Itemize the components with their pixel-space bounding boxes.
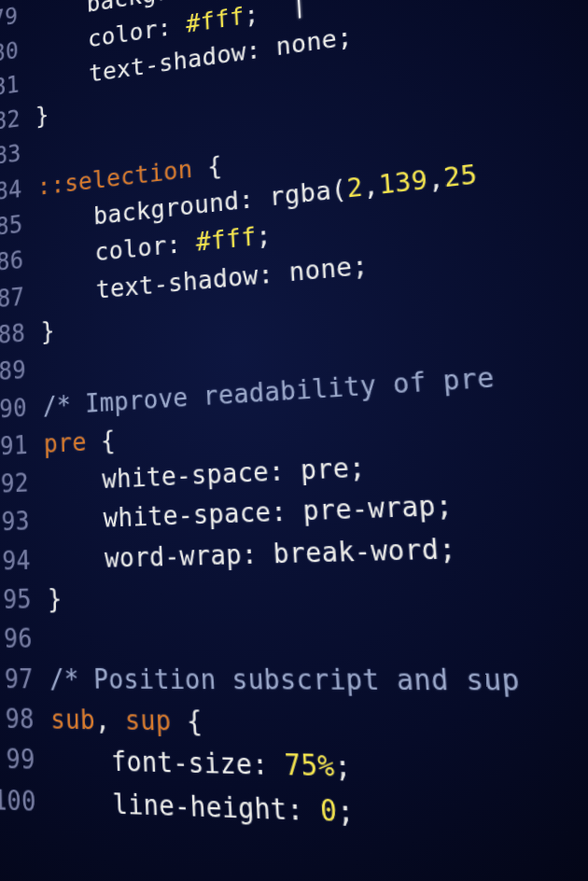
line-number: 97 (0, 659, 34, 699)
token-sel: sup (124, 705, 171, 736)
token-punct: , (362, 171, 380, 202)
code-content[interactable]: /* Position subscript and sup (49, 658, 522, 703)
token-punct: ; (336, 22, 354, 52)
token-punct: ; (351, 250, 369, 281)
token-punct: : (241, 538, 274, 570)
token-prop: word-wrap (47, 539, 243, 575)
line-number: 93 (0, 502, 30, 542)
token-punct: ( (330, 175, 348, 204)
code-editor[interactable]: 78::-moz-selection {79 background: rgba(… (0, 0, 588, 850)
line-number: 85 (0, 206, 23, 247)
token-punct: : (251, 748, 286, 781)
token-sel: pre (43, 427, 87, 458)
line-number: 98 (0, 699, 35, 740)
token-hex: #fff (186, 2, 245, 37)
token-comment: /* Position subscript and sup (49, 663, 521, 696)
token-punct: } (48, 584, 63, 614)
line-number: 100 (0, 779, 36, 822)
token-punct: } (35, 102, 49, 130)
token-punct: : (238, 183, 270, 215)
line-number: 89 (0, 352, 26, 392)
code-content[interactable]: } (35, 97, 49, 133)
token-num: 25 (443, 160, 479, 192)
token-punct: : (245, 34, 277, 65)
token-punct: , (94, 705, 125, 735)
token-punct: : (258, 258, 290, 289)
code-content[interactable]: } (40, 312, 55, 350)
code-content[interactable]: line-height: 0; (52, 781, 356, 833)
token-punct: } (40, 316, 55, 345)
line-number: 88 (0, 315, 26, 356)
line-number: 92 (0, 464, 29, 504)
code-content[interactable]: sub, sup { (50, 699, 203, 742)
token-sel: sub (50, 705, 95, 735)
line-number: 87 (0, 278, 25, 319)
line-number: 94 (0, 540, 31, 580)
token-punct: ; (336, 794, 355, 828)
token-punct: { (86, 426, 116, 455)
token-prop: white-space (45, 457, 270, 496)
token-punct: : (157, 11, 187, 42)
token-punct: : (287, 792, 322, 826)
line-number: 91 (0, 427, 28, 467)
token-punct: : (166, 229, 197, 259)
code-content[interactable]: pre { (43, 421, 116, 463)
token-num: 75% (284, 749, 335, 783)
token-prop: line-height (52, 786, 287, 825)
token-val: pre (300, 453, 350, 485)
token-punct: ; (438, 533, 457, 566)
token-val: none (288, 252, 354, 287)
token-val: none (275, 24, 338, 61)
token-punct: { (192, 151, 223, 182)
token-prop: font-size (51, 745, 253, 780)
code-line[interactable]: 97/* Position subscript and sup (0, 657, 588, 705)
token-punct: ; (244, 0, 259, 29)
token-num: 2 (346, 173, 364, 203)
token-punct: : (270, 496, 303, 528)
line-number: 90 (0, 388, 27, 428)
token-punct: : (268, 455, 301, 487)
token-punct: ; (434, 490, 454, 523)
token-func: rgba (269, 176, 332, 212)
line-number: 99 (0, 739, 35, 781)
text-cursor (298, 0, 301, 19)
line-number: 86 (0, 243, 24, 284)
token-num: 139 (378, 165, 428, 200)
token-prop: white-space (46, 497, 273, 536)
token-punct: ; (333, 750, 352, 784)
token-punct: ; (348, 452, 367, 483)
token-hex: #fff (195, 223, 257, 258)
token-val: break-word (273, 533, 440, 568)
token-punct: { (171, 706, 203, 737)
line-number: 95 (0, 580, 32, 620)
code-content[interactable]: } (48, 579, 63, 619)
token-val: pre-wrap (302, 491, 437, 526)
token-punct: ; (256, 221, 273, 251)
editor-viewport: 78::-moz-selection {79 background: rgba(… (0, 0, 588, 881)
line-number: 96 (0, 619, 33, 659)
